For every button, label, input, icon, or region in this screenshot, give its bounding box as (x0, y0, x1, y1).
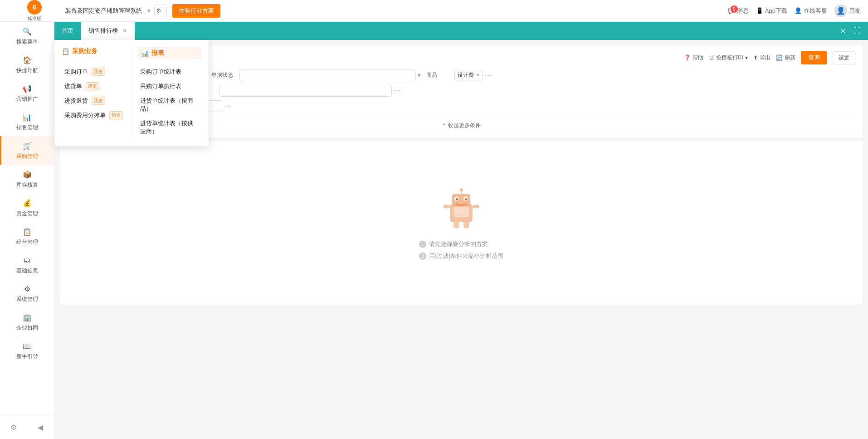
salesperson-dots-btn[interactable]: ··· (394, 87, 401, 95)
industry-btn[interactable]: 体验行业方案 (172, 4, 220, 18)
sidebar-item-quick[interactable]: 🏠 快捷导航 (0, 50, 54, 79)
empty-step-1-text: 请先选择要分析的方案 (429, 240, 488, 248)
tab-expand-btn[interactable]: ⛶ (852, 25, 863, 36)
print-dropdown-icon: ▾ (745, 54, 748, 61)
purchase-order-label: 采购订单 (64, 68, 88, 76)
purchase-col-icon: 📋 (62, 48, 69, 55)
goods-dots-btn[interactable]: ··· (485, 71, 492, 79)
service-icon: 👤 (795, 7, 802, 14)
help-icon: ❓ (684, 54, 691, 61)
tab-home[interactable]: 首页 (54, 22, 81, 40)
finance-icon: 💰 (22, 198, 32, 208)
tab-close-window-btn[interactable]: ✕ (837, 25, 848, 36)
tab-sales-rank[interactable]: 销售排行榜 ✕ (81, 22, 135, 40)
inbound-label: 进货单 (64, 82, 82, 90)
sidebar-item-search[interactable]: 🔍 搜索菜单 (0, 22, 54, 50)
sidebar-item-corp[interactable]: 🏢 企业协同 (0, 308, 54, 336)
query-btn[interactable]: 查询 (801, 51, 827, 64)
message-btn[interactable]: 💬 9 消息 (728, 7, 749, 15)
sidebar: 🔍 搜索菜单 🏠 快捷导航 📢 营销推广 📊 销售管理 🛒 采购管理 📦 库存核… (0, 22, 54, 439)
tab-sales-rank-label: 销售排行榜 (88, 27, 118, 35)
system-title-area: 装备及固定资产辅助管理系统 ▾ ⚙ 体验行业方案 (65, 4, 728, 18)
user-btn[interactable]: 👤 用友 (834, 5, 861, 17)
expense-history: 历史 (109, 111, 123, 119)
purchase-col: 📋 采购业务 采购订单 历史 进货单 历史 进货退货 历史 采购费用分摊单 历史 (62, 47, 126, 139)
reports-col: 📊 报表 采购订单统计表 采购订单执行表 进货单统计表（按商品） 进货单统计表（… (137, 47, 202, 139)
col-divider (132, 47, 132, 139)
inbound-history: 历史 (86, 82, 99, 90)
menu-purchase-order[interactable]: 采购订单 历史 (62, 64, 126, 79)
app-label: App下载 (765, 7, 787, 15)
goods-tag-sheji: 设计费 ✕ (454, 70, 483, 80)
tab-bar-right: ✕ ⛶ (837, 25, 868, 36)
sidebar-item-guide[interactable]: 📖 新手引导 (0, 336, 54, 365)
settings-icon-btn[interactable]: ⚙ (154, 5, 167, 17)
menu-purchase-order-exec[interactable]: 采购订单执行表 (137, 79, 202, 94)
goods-wrap: 设计费 ✕ ··· (454, 70, 492, 80)
help-btn[interactable]: ❓ 帮助 (684, 54, 703, 62)
return-label: 进货退货 (64, 97, 88, 105)
print-btn[interactable]: 🖨 按模板打印 ▾ (709, 54, 748, 62)
export-label: 导出 (760, 54, 770, 62)
menu-return[interactable]: 进货退货 历史 (62, 94, 126, 108)
doc-status-label: 单据状态 (211, 71, 234, 79)
sidebar-item-purchase[interactable]: 🛒 采购管理 (0, 136, 54, 165)
sidebar-item-inventory[interactable]: 📦 库存核算 (0, 165, 54, 193)
online-service-btn[interactable]: 👤 在线客服 (795, 7, 827, 15)
doc-status-input[interactable] (239, 69, 416, 81)
sidebar-item-finance[interactable]: 💰 资金管理 (0, 193, 54, 222)
menu-purchase-order-stat[interactable]: 采购订单统计表 (137, 64, 202, 79)
gear-icon: ⚙ (156, 7, 161, 14)
menu-inbound-stat-by-supplier[interactable]: 进货单统计表（按供应商） (137, 116, 202, 139)
purchase-order-exec-label: 采购订单执行表 (140, 82, 181, 90)
sidebar-item-system[interactable]: ⚙ 系统管理 (0, 279, 54, 308)
purchase-col-header: 📋 采购业务 (62, 47, 126, 59)
menu-expense[interactable]: 采购费用分摊单 历史 (62, 108, 126, 123)
search-icon: 🔍 (22, 26, 32, 36)
sidebar-item-sales[interactable]: 📊 销售管理 (0, 108, 54, 136)
app-download-btn[interactable]: 📱 App下载 (756, 7, 787, 15)
salesperson-input[interactable] (219, 85, 392, 97)
title-dropdown-arrow[interactable]: ▾ (147, 7, 151, 14)
sidebar-label-sales: 销售管理 (16, 124, 38, 132)
refresh-btn[interactable]: 🔄 刷新 (776, 54, 795, 62)
setting-btn[interactable]: 设置 (833, 51, 855, 64)
refresh-label: 刷新 (785, 54, 795, 62)
sidebar-item-basic[interactable]: 🗂 基础信息 (0, 251, 54, 279)
user-label: 用友 (849, 7, 861, 15)
empty-step-1: 1 请先选择要分析的方案 (419, 240, 503, 248)
sidebar-label-operation: 经营管理 (16, 238, 38, 246)
message-badge-wrap: 💬 9 (728, 7, 735, 14)
sidebar-settings-btn[interactable]: ⚙ (6, 420, 21, 434)
sidebar-label-marketing: 营销推广 (16, 95, 38, 103)
svg-rect-13 (454, 207, 469, 217)
empty-state: 1 请先选择要分析的方案 2 用[过滤]条件来缩小分析范围 (60, 141, 863, 305)
sidebar-collapse-btn[interactable]: ◀ (33, 420, 48, 434)
purchase-icon: 🛒 (22, 141, 32, 151)
menu-inbound[interactable]: 进货单 历史 (62, 79, 126, 94)
header-right: 💬 9 消息 📱 App下载 👤 在线客服 👤 用友 (728, 5, 861, 17)
sidebar-item-operation[interactable]: 📋 经营管理 (0, 222, 54, 251)
reports-col-header: 📊 报表 (137, 47, 202, 59)
robot-svg (439, 186, 484, 231)
empty-illustration (439, 186, 484, 231)
export-icon: ⬆ (753, 54, 758, 61)
dropdown-cols: 📋 采购业务 采购订单 历史 进货单 历史 进货退货 历史 采购费用分摊单 历史 (62, 47, 201, 139)
tab-close-icon[interactable]: ✕ (122, 28, 127, 34)
doc-status-wrap: ▾ (239, 69, 421, 81)
export-btn[interactable]: ⬆ 导出 (753, 54, 770, 62)
doc-status-dropdown[interactable]: ▾ (418, 72, 421, 79)
top-header: 6 标准版 装备及固定资产辅助管理系统 ▾ ⚙ 体验行业方案 💬 9 消息 📱 … (0, 0, 868, 22)
empty-step-2-text: 用[过滤]条件来缩小分析范围 (429, 252, 503, 260)
customer-dots-btn[interactable]: ··· (224, 102, 231, 110)
system-title-text: 装备及固定资产辅助管理系统 (65, 7, 142, 15)
sidebar-bottom: ⚙ ◀ (0, 415, 54, 439)
sidebar-item-marketing[interactable]: 📢 营销推广 (0, 79, 54, 108)
home-icon: 🏠 (22, 55, 32, 65)
sidebar-label-basic: 基础信息 (16, 267, 38, 275)
goods-tag-close-icon[interactable]: ✕ (476, 72, 480, 78)
help-label: 帮助 (692, 54, 703, 62)
menu-inbound-stat-by-goods[interactable]: 进货单统计表（按商品） (137, 94, 202, 116)
guide-icon: 📖 (22, 341, 32, 351)
expense-label: 采购费用分摊单 (64, 111, 106, 119)
